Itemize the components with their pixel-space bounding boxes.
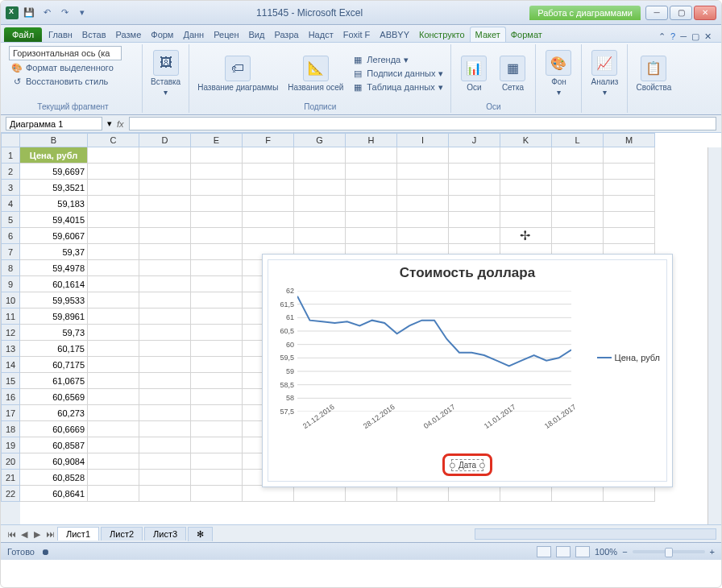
data-table-button[interactable]: ▦Таблица данных ▾ [350,81,446,93]
data-labels-button[interactable]: ▤Подписи данных ▾ [350,67,446,80]
cell[interactable] [243,486,294,502]
row-header[interactable]: 15 [1,373,20,389]
row-header[interactable]: 13 [1,341,20,357]
cell[interactable] [191,228,243,244]
cell[interactable] [88,405,139,421]
cell[interactable] [346,180,397,196]
column-header[interactable]: H [346,133,397,147]
cell[interactable] [397,228,449,244]
column-header[interactable]: L [552,133,604,147]
minimize-button[interactable]: ─ [645,6,668,20]
cell[interactable] [88,453,139,470]
cell[interactable]: 59,183 [20,196,88,212]
doc-restore-icon[interactable]: ▢ [691,31,699,42]
cell[interactable] [449,196,500,212]
zoom-slider[interactable] [633,550,705,553]
close-button[interactable]: ✕ [694,6,716,20]
cell[interactable] [139,453,191,470]
cell[interactable] [139,164,191,180]
fx-icon[interactable]: fx [117,119,124,129]
row-header[interactable]: 22 [1,486,20,502]
tab-chart-design[interactable]: Конструкто [414,27,470,42]
cell[interactable]: 60,6669 [20,421,88,437]
row-header[interactable]: 18 [1,421,20,437]
cell[interactable] [243,212,294,228]
tab-nav-next-icon[interactable]: ▶ [31,528,43,540]
gridlines-button[interactable]: ▦Сетка [495,54,530,93]
view-normal-button[interactable] [537,546,551,557]
tab-chart-format[interactable]: Формат [506,27,547,42]
cell[interactable] [449,486,500,502]
cell[interactable] [88,292,139,308]
cell[interactable] [604,164,655,180]
row-header[interactable]: 10 [1,292,20,308]
cell[interactable] [243,196,294,212]
cell[interactable] [243,228,294,244]
cell[interactable]: 60,8528 [20,470,88,486]
cell[interactable] [139,373,191,389]
cell[interactable]: 60,8587 [20,437,88,453]
cell[interactable] [346,486,397,502]
view-pagebreak-button[interactable] [575,546,590,557]
cell[interactable] [139,486,191,502]
column-header[interactable]: K [500,133,552,147]
cell[interactable] [397,486,449,502]
tab-home[interactable]: Главн [44,27,77,42]
cell[interactable] [191,357,243,373]
cell[interactable] [604,228,655,244]
namebox-dropdown-icon[interactable]: ▾ [107,118,112,129]
zoom-out-button[interactable]: − [622,547,627,557]
cell[interactable] [294,196,346,212]
column-header[interactable]: C [88,133,139,147]
cell[interactable] [191,341,243,357]
cell[interactable] [139,196,191,212]
tab-insert[interactable]: Встав [77,27,111,42]
cell[interactable] [139,260,191,276]
cell[interactable] [139,421,191,437]
cell[interactable] [191,212,243,228]
cell[interactable] [500,212,552,228]
chart-y-axis[interactable]: 57,55858,55959,56060,56161,562 [268,291,296,412]
format-selection-button[interactable]: 🎨Формат выделенного [9,61,137,74]
cell[interactable] [88,421,139,437]
column-header[interactable]: M [604,133,655,147]
row-header[interactable]: 21 [1,470,20,486]
row-header[interactable]: 9 [1,276,20,292]
cell[interactable]: 60,9084 [20,453,88,470]
cell[interactable]: 60,273 [20,405,88,421]
cell[interactable] [191,389,243,405]
cell[interactable]: 60,8641 [20,486,88,502]
row-header[interactable]: 3 [1,180,20,196]
cell[interactable] [88,341,139,357]
cell[interactable] [88,308,139,325]
cell[interactable] [139,228,191,244]
tab-nav-prev-icon[interactable]: ◀ [19,528,30,540]
cell[interactable] [139,180,191,196]
row-header[interactable]: 19 [1,437,20,453]
cell[interactable] [604,147,655,164]
vertical-scrollbar[interactable] [707,147,721,524]
cell[interactable] [139,470,191,486]
cell[interactable] [604,212,655,228]
cell[interactable] [552,486,604,502]
tab-foxit[interactable]: Foxit F [338,27,376,42]
cell[interactable] [397,180,449,196]
cell[interactable] [243,164,294,180]
cell[interactable]: 59,4978 [20,260,88,276]
cell[interactable] [191,470,243,486]
column-header[interactable]: J [449,133,500,147]
tab-nav-first-icon[interactable]: ⏮ [6,528,17,540]
cell[interactable] [346,147,397,164]
axis-title-textbox[interactable]: Дата [451,459,483,471]
cell[interactable] [552,212,604,228]
row-header[interactable]: 7 [1,244,20,260]
chart-x-axis[interactable]: 21.12.201628.12.201604.01.201711.01.2017… [297,417,571,449]
cell[interactable] [88,357,139,373]
cell[interactable] [500,164,552,180]
cell[interactable] [397,147,449,164]
row-header[interactable]: 1 [1,147,20,164]
chart-object[interactable]: Стоимость доллара 57,55858,55959,56060,5… [262,254,673,487]
tab-view[interactable]: Вид [244,27,270,42]
new-sheet-button[interactable]: ✻ [188,527,213,541]
cell[interactable] [191,437,243,453]
